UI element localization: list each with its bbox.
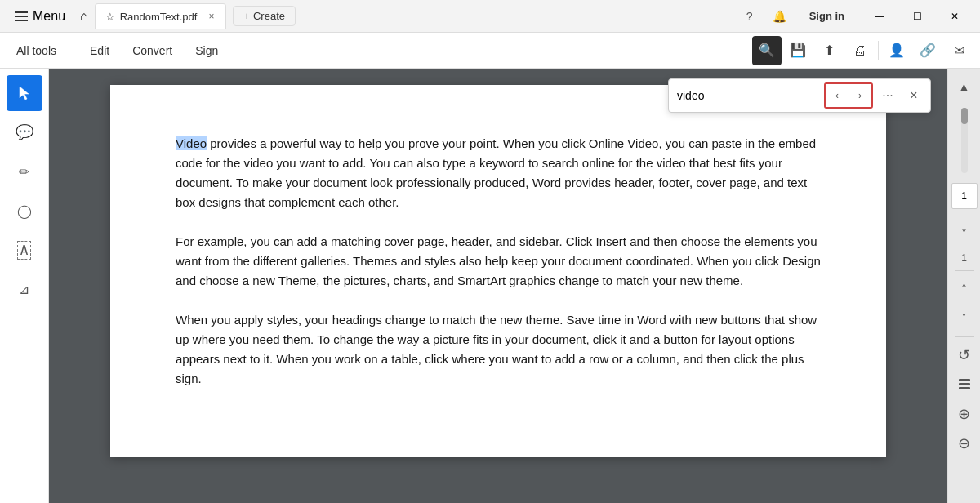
bell-icon: 🔔 [773,10,786,23]
toolbar-separator [73,41,74,60]
scroll-down-arrow[interactable]: ˅ [950,220,979,249]
draw-tool-button[interactable]: ◯ [7,193,42,229]
zoom-out-icon: ⊖ [958,434,970,452]
page-total: 1 [961,252,967,264]
draw-icon: ◯ [17,203,32,219]
left-sidebar: 💬 ✏ ◯ A ⊿ [0,69,49,503]
toolbar-icons: 🔍 💾 ⬆ 🖨 👤 🔗 ✉ [752,36,973,65]
layers-icon [956,376,973,393]
paragraph-1: Video provides a powerful way to help yo… [176,134,821,212]
right-separator-3 [955,336,974,337]
menu-label: Menu [33,9,65,24]
print-icon: 🖨 [853,43,866,58]
next-icon: › [858,90,862,101]
search-next-button[interactable]: › [849,84,871,107]
upload-icon: ⬆ [824,42,835,58]
help-button[interactable]: ? [740,5,760,28]
close-button[interactable]: ✕ [936,3,973,29]
notifications-button[interactable]: 🔔 [766,5,793,28]
search-close-button[interactable]: × [902,84,925,107]
search-nav-group: ‹ › [824,82,873,109]
tab-randomtext[interactable]: ☆ RandomText.pdf × [95,3,227,29]
maximize-icon: ☐ [913,11,922,22]
create-plus-icon: + [243,10,250,22]
maximize-button[interactable]: ☐ [898,3,936,29]
tab-title: RandomText.pdf [120,11,198,23]
chevron-down-icon: ˅ [961,312,967,325]
upload-button[interactable]: ⬆ [814,36,844,65]
comment-tool-button[interactable]: 💬 [7,114,42,150]
right-separator-2 [955,270,974,271]
main-layout: 💬 ✏ ◯ A ⊿ ‹ › ··· [0,69,980,503]
toolbar: All tools Edit Convert Sign 🔍 💾 ⬆ 🖨 👤 🔗 … [0,33,980,69]
cursor-icon [16,85,33,101]
share-icon: 👤 [889,42,905,58]
page-number: 1 [961,190,967,202]
zoom-in-icon: ⊕ [958,405,970,423]
down-arrow-icon: ˅ [961,228,967,241]
titlebar-right: ? 🔔 Sign in [740,5,854,28]
right-controls-panel: ▲ 1 ˅ 1 ˄ ˅ ↺ [947,69,980,503]
minimize-button[interactable]: — [861,3,898,29]
save-button[interactable]: 💾 [783,36,813,65]
cursor-tool-button[interactable] [7,75,42,111]
paragraph-3-text: When you apply styles, your headings cha… [176,313,817,385]
minimize-icon: — [875,11,884,22]
zoom-in-button[interactable]: ⊕ [950,399,979,429]
email-icon: ✉ [954,42,964,58]
save-icon: 💾 [790,42,806,58]
more-icon: ··· [882,88,893,103]
toolbar-separator-2 [878,41,879,60]
edit-button[interactable]: Edit [80,39,119,62]
tab-area: ☆ RandomText.pdf × + Create [95,3,740,29]
zoom-out-button[interactable]: ⊖ [950,429,979,458]
scroll-thumb[interactable] [961,108,968,124]
svg-marker-0 [20,87,29,100]
select-tool-button[interactable]: A [7,232,42,268]
search-close-icon: × [910,88,917,103]
stamp-tool-button[interactable]: ⊿ [7,271,42,307]
search-prev-button[interactable]: ‹ [826,84,849,107]
create-label: Create [253,10,285,22]
email-button[interactable]: ✉ [944,36,973,65]
highlight-tool-button[interactable]: ✏ [7,154,42,189]
svg-rect-1 [959,379,970,381]
chevron-up-button[interactable]: ˄ [950,274,979,304]
chevron-up-icon: ˄ [961,283,967,296]
print-button[interactable]: 🖨 [845,36,875,65]
menu-button[interactable]: Menu [7,6,74,27]
prev-icon: ‹ [835,90,839,101]
scroll-area[interactable]: Video provides a powerful way to help yo… [49,69,947,503]
refresh-button[interactable]: ↺ [950,341,979,370]
search-input[interactable] [674,87,821,104]
close-icon: ✕ [951,11,959,22]
signin-button[interactable]: Sign in [800,7,854,25]
search-toolbar-button[interactable]: 🔍 [752,36,782,65]
chevron-down-button[interactable]: ˅ [950,304,979,333]
search-more-button[interactable]: ··· [876,84,899,107]
all-tools-button[interactable]: All tools [7,39,66,62]
highlighted-word: Video [176,136,207,150]
select-icon: A [17,241,32,260]
right-separator [955,216,974,216]
comment-icon: 💬 [16,123,33,141]
paragraph-3: When you apply styles, your headings cha… [176,310,821,389]
create-button[interactable]: + Create [233,6,296,26]
home-button[interactable]: ⌂ [74,4,95,29]
paragraph-2: For example, you can add a matching cove… [176,232,821,291]
tab-close-button[interactable]: × [207,9,216,24]
help-icon: ? [746,10,753,23]
window-controls: — ☐ ✕ [861,3,973,29]
sign-button[interactable]: Sign [185,39,228,62]
up-arrow-icon: ▲ [959,80,970,93]
link-button[interactable]: 🔗 [913,36,942,65]
tab-star-icon: ☆ [105,11,115,23]
scroll-track [961,108,968,173]
layers-button[interactable] [950,370,979,399]
refresh-icon: ↺ [958,346,970,364]
titlebar: Menu ⌂ ☆ RandomText.pdf × + Create ? 🔔 S… [0,0,980,33]
convert-button[interactable]: Convert [122,39,182,62]
share-button[interactable]: 👤 [882,36,911,65]
scroll-up-arrow[interactable]: ▲ [950,72,979,101]
hamburger-icon [15,11,28,21]
